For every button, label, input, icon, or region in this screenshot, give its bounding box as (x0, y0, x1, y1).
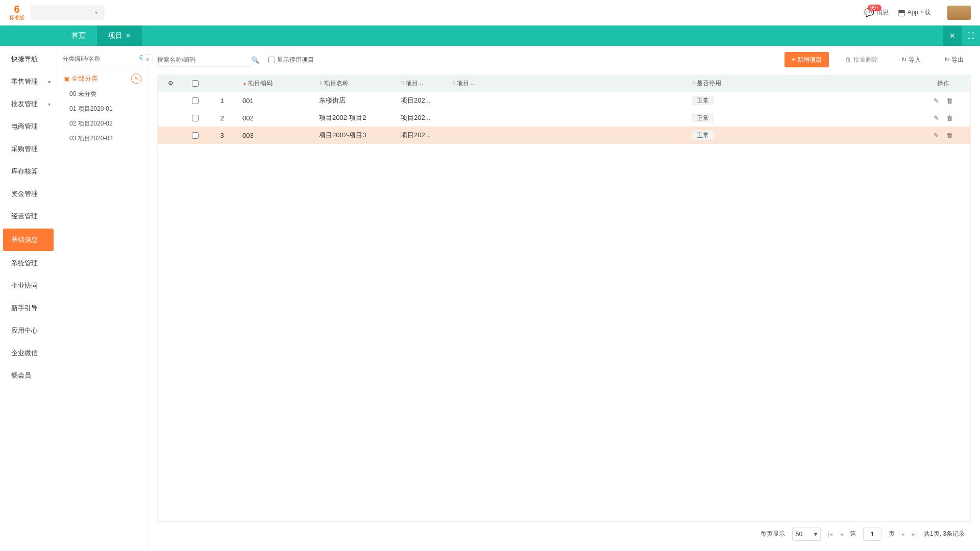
row-checkbox[interactable] (192, 97, 199, 104)
sidenav-label: 基础信息 (11, 235, 38, 244)
row-index: 2 (207, 114, 237, 122)
select-all-checkbox[interactable] (192, 80, 199, 87)
sidenav-label: 企业协同 (11, 281, 38, 290)
app-download-button[interactable]: ⬒ App下载 (898, 8, 930, 17)
tabs-close-all-button[interactable]: ✕ (943, 26, 962, 46)
col-extra2[interactable]: ⇅项目... (452, 79, 692, 88)
sidenav-item[interactable]: 批发管理▾ (0, 93, 57, 115)
row-code: 002 (237, 114, 319, 122)
gear-icon[interactable]: ⚙ (168, 80, 174, 87)
row-name: 项目2002-项目2 (319, 113, 401, 122)
category-item[interactable]: 03 项目2020-03 (62, 131, 142, 146)
sidenav-label: 快捷导航 (11, 55, 38, 64)
messages-icon: 💬 (864, 8, 874, 17)
messages-button[interactable]: 💬 消息 (864, 8, 889, 17)
row-status: 正常 (692, 96, 714, 105)
col-label: 项目编码 (248, 79, 273, 88)
row-checkbox[interactable] (192, 132, 199, 139)
user-avatar[interactable] (947, 6, 971, 20)
edit-icon[interactable]: ✎ (934, 114, 939, 122)
tab-home[interactable]: 首页 (60, 26, 97, 46)
category-root-label: 全部分类 (71, 74, 98, 83)
logo-subtitle: 标准版 (9, 14, 24, 21)
per-page-select[interactable]: 50▾ (792, 528, 821, 541)
edit-icon[interactable]: ✎ (934, 132, 939, 139)
sidenav-item[interactable]: 企业协同 (0, 274, 57, 297)
col-label: 操作 (937, 79, 949, 88)
company-selector[interactable]: ▾ (31, 5, 105, 20)
sidenav-item[interactable]: 采购管理 (0, 138, 57, 160)
page-prev-button[interactable]: ◂ (840, 531, 843, 538)
sidenav-item[interactable]: 电商管理 (0, 115, 57, 138)
col-name[interactable]: ⇅项目名称 (319, 79, 401, 88)
batch-delete-button[interactable]: 🗑 批量删除 (838, 52, 885, 67)
tab-close-icon[interactable]: ✕ (126, 32, 131, 39)
category-edit-button[interactable]: ✎ (131, 73, 141, 84)
divider (938, 8, 938, 18)
sidenav-item[interactable]: 库存核算 (0, 160, 57, 183)
chevron-down-icon: ▾ (48, 79, 51, 85)
chevron-down-icon: ▾ (95, 10, 97, 15)
category-item[interactable]: 00 未分类 (62, 87, 142, 102)
row-name: 东楼街店 (319, 96, 401, 105)
table-row[interactable]: 2002项目2002-项目2项目202...正常✎🗑 (158, 109, 970, 127)
sidenav-item[interactable]: 应用中心 (0, 319, 57, 342)
row-name: 项目2002-项目3 (319, 131, 401, 140)
col-label: 项目... (406, 79, 423, 88)
row-status: 正常 (692, 131, 714, 140)
page-input[interactable] (863, 528, 881, 541)
sidenav-item[interactable]: 经营管理 (0, 205, 57, 228)
show-disabled-checkbox[interactable]: 显示停用项目 (268, 56, 314, 64)
per-page-label: 每页显示 (761, 530, 785, 538)
table-header: ⚙ ▲项目编码 ⇅项目名称 ⇅项目... ⇅项目... ⇅是否停用 操作 (158, 74, 970, 92)
show-disabled-input[interactable] (268, 57, 275, 63)
col-code[interactable]: ▲项目编码 (237, 79, 319, 88)
sidenav-item[interactable]: 快捷导航 (0, 48, 57, 70)
col-extra1[interactable]: ⇅项目... (401, 79, 452, 88)
sidenav-item[interactable]: 新手引导 (0, 297, 57, 319)
edit-icon[interactable]: ✎ (934, 97, 939, 105)
table-search-input[interactable] (157, 53, 251, 67)
sidenav-label: 批发管理 (11, 99, 38, 109)
search-icon[interactable]: 🔍 (251, 56, 259, 64)
row-checkbox[interactable] (192, 115, 199, 121)
per-page-value: 50 (796, 531, 802, 538)
page-last-button[interactable]: ▸| (912, 531, 917, 538)
col-ops: 操作 (916, 79, 970, 88)
import-button[interactable]: ↻ 导入 (894, 52, 928, 67)
sidenav-label: 零售管理 (11, 77, 38, 86)
add-project-button[interactable]: + 新增项目 (785, 52, 829, 67)
delete-icon[interactable]: 🗑 (946, 97, 953, 105)
sidenav-label: 畅会员 (11, 371, 31, 380)
sidenav-item[interactable]: 零售管理▾ (0, 70, 57, 93)
sidenav-item[interactable]: 系统管理 (0, 252, 57, 274)
app-download-label: App下载 (908, 8, 930, 17)
collapse-category-button[interactable]: « (142, 54, 153, 64)
table-row[interactable]: 1001东楼街店项目202...正常✎🗑 (158, 92, 970, 109)
fullscreen-button[interactable]: ⛶ (962, 26, 980, 46)
tab-project[interactable]: 项目 ✕ (97, 26, 142, 46)
table-row[interactable]: 3003项目2002-项目3项目202...正常✎🗑 (158, 127, 970, 144)
sidenav-item[interactable]: 资金管理 (0, 183, 57, 205)
page-first-button[interactable]: |◂ (828, 531, 832, 538)
sidenav-item[interactable]: 畅会员 (0, 364, 57, 387)
sidenav-item[interactable]: 企业微信 (0, 342, 57, 364)
page-next-button[interactable]: ▸ (902, 531, 905, 538)
sidenav-label: 电商管理 (11, 122, 38, 131)
col-status[interactable]: ⇅是否停用 (692, 79, 916, 88)
col-label: 项目... (457, 79, 474, 88)
sidenav-label: 库存核算 (11, 167, 38, 176)
row-index: 3 (207, 132, 237, 139)
col-label: 是否停用 (697, 79, 721, 88)
category-item[interactable]: 01 项目2020-01 (62, 102, 142, 116)
category-root[interactable]: ▣ 全部分类 (63, 74, 98, 83)
delete-icon[interactable]: 🗑 (946, 132, 953, 139)
row-c1: 项目202... (401, 96, 452, 105)
category-item[interactable]: 02 项目2020-02 (62, 116, 142, 131)
category-search-input[interactable] (62, 55, 139, 62)
col-label: 项目名称 (324, 79, 349, 88)
delete-icon[interactable]: 🗑 (946, 114, 953, 122)
sidenav-item[interactable]: 基础信息 (3, 229, 54, 251)
page-suffix: 页 (889, 530, 895, 538)
export-button[interactable]: ↻ 导出 (937, 52, 971, 67)
